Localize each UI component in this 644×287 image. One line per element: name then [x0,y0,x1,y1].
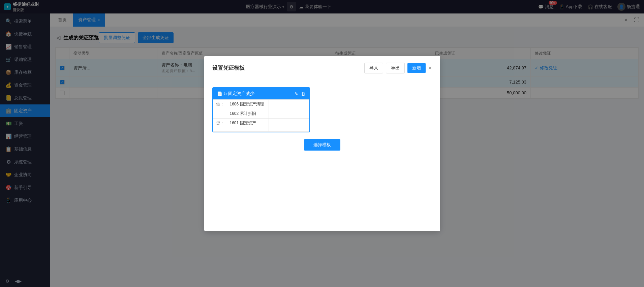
modal-header: 设置凭证模板 导入 导出 新增 × [204,56,440,79]
modal-title: 设置凭证模板 [212,65,245,72]
template-card: 📄 5-固定资产减少 ✎ 🗑 借： 1606 固定资产清理 [212,87,310,132]
template-delete-icon[interactable]: 🗑 [301,91,305,96]
account-name: 1601 固定资产 [227,119,269,128]
debit-label: 借： [213,100,227,109]
col4 [289,109,309,119]
template-card-header: 📄 5-固定资产减少 ✎ 🗑 [213,88,309,99]
col3 [269,128,289,132]
account-name: 1606 固定资产清理 [227,100,269,109]
template-card-body: 借： 1606 固定资产清理 1602 累计折旧 [213,99,309,132]
template-card-actions: ✎ 🗑 [295,91,305,96]
template-edit-icon[interactable]: ✎ [295,91,298,96]
col3 [269,100,289,109]
modal-overlay: 设置凭证模板 导入 导出 新增 × 📄 5-固定资产减少 [0,0,644,287]
modal-toolbar: 导入 导出 新增 [364,63,426,73]
modal-close-button[interactable]: × [428,65,432,72]
col4 [289,100,309,109]
template-card-title: 📄 5-固定资产减少 [217,91,255,97]
select-template-button[interactable]: 选择模板 [304,139,340,151]
voucher-template-modal: 设置凭证模板 导入 导出 新增 × 📄 5-固定资产减少 [204,56,440,231]
empty-label [213,128,227,132]
col3 [269,119,289,128]
import-button[interactable]: 导入 [364,63,383,73]
template-row [213,128,309,132]
credit-label: 贷： [213,119,227,128]
account-name [227,128,269,132]
account-name: 1602 累计折旧 [227,109,269,119]
template-doc-icon: 📄 [217,91,222,96]
modal-content: 📄 5-固定资产减少 ✎ 🗑 借： 1606 固定资产清理 [204,79,440,159]
modal-header-right: 导入 导出 新增 × [364,63,432,73]
template-row: 1602 累计折旧 [213,109,309,119]
indent-label [213,109,227,119]
col4 [289,119,309,128]
template-row: 借： 1606 固定资产清理 [213,100,309,109]
template-account-table: 借： 1606 固定资产清理 1602 累计折旧 [213,99,309,132]
export-button[interactable]: 导出 [386,63,405,73]
col3 [269,109,289,119]
col4 [289,128,309,132]
new-template-button[interactable]: 新增 [407,63,426,73]
template-row: 贷： 1601 固定资产 [213,119,309,128]
